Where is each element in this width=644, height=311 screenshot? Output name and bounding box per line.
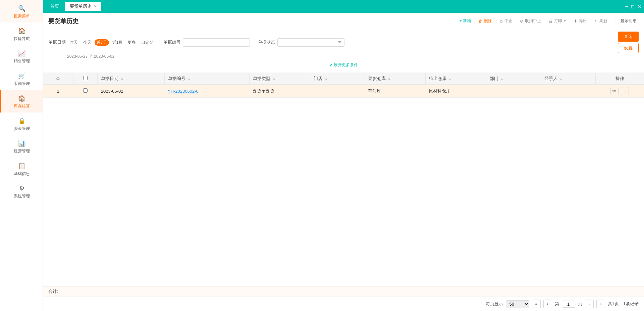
view-icon-btn[interactable]: 👁	[610, 87, 619, 95]
tab-home[interactable]: 首页	[46, 2, 64, 11]
shortcut-today[interactable]: 今天	[81, 39, 93, 46]
table-area: ⚙ 单据日期 ⇅ 单据编号 ⇅ 单据类型	[43, 73, 644, 286]
data-table: ⚙ 单据日期 ⇅ 单据编号 ⇅ 单据类型	[43, 73, 644, 98]
shortcut-more[interactable]: 更多	[126, 39, 138, 46]
th-settings[interactable]: ⚙	[43, 73, 73, 85]
window-close-icon[interactable]: ✕	[637, 3, 641, 10]
delete-button[interactable]: 🗑 删除	[476, 17, 494, 25]
tab-requisition-history[interactable]: 要货单历史 ✕	[65, 2, 101, 11]
sort-dept-icon[interactable]: ⇅	[500, 77, 503, 81]
last-page-btn[interactable]: »	[596, 300, 605, 308]
per-page-label: 每页显示	[486, 301, 503, 307]
shortcut-custom[interactable]: 自定义	[139, 39, 155, 46]
sort-person-icon[interactable]: ⇅	[559, 77, 562, 81]
date-range-text: 2023-05-27 至 2023-06-02	[67, 54, 114, 59]
sort-store-icon[interactable]: ⇅	[324, 77, 327, 81]
sidebar-item-search-menu[interactable]: 🔍 搜索菜单	[0, 0, 43, 23]
filter-action-buttons: 查询 设置	[618, 32, 639, 53]
status-filter: 单据状态	[258, 38, 607, 47]
display-detail-toggle[interactable]: 显示明细	[613, 17, 639, 25]
sidebar-item-basic-info[interactable]: 📋 基础信息	[0, 158, 43, 180]
shortcut-last7days[interactable]: 近7天	[95, 39, 109, 46]
status-select[interactable]	[277, 38, 344, 47]
setting-button[interactable]: 设置	[618, 43, 639, 53]
first-page-btn[interactable]: «	[532, 300, 541, 308]
sidebar-item-sales-mgmt[interactable]: 📈 销售管理	[0, 45, 43, 68]
sidebar-item-quick-nav[interactable]: 🏠 快捷导航	[0, 23, 43, 45]
sidebar: 🔍 搜索菜单 🏠 快捷导航 📈 销售管理 🛒 采购管理 🏠 库存核算 🔒 资金管…	[0, 0, 43, 311]
more-op-icon-btn[interactable]: ⋮	[621, 87, 629, 95]
row-dept	[486, 85, 541, 98]
next-page-btn[interactable]: ›	[585, 300, 594, 308]
filter-area: 单据日期 昨天 今天 近7天 近1月 更多 自定义 单据编号	[43, 28, 644, 73]
print-button[interactable]: 🖨 打印 ▼	[546, 17, 569, 25]
basic-info-icon: 📋	[18, 162, 25, 170]
page-title: 要货单历史	[48, 17, 78, 25]
display-detail-checkbox[interactable]	[615, 19, 619, 23]
tab-close-icon[interactable]: ✕	[94, 4, 97, 9]
window-max-icon[interactable]: □	[631, 4, 634, 9]
shortcut-last1month[interactable]: 近1月	[110, 39, 125, 46]
footer-bar: 合计:	[43, 286, 644, 297]
filter-row-1: 单据日期 昨天 今天 近7天 近1月 更多 自定义 单据编号	[48, 32, 639, 53]
prev-page-btn[interactable]: ‹	[543, 300, 552, 308]
home-icon: 🏠	[18, 27, 25, 35]
th-wh: 要货仓库 ⇅	[365, 73, 425, 85]
row-op: 👁 ⋮	[595, 85, 644, 98]
row-check[interactable]	[73, 85, 98, 98]
row-num[interactable]: YH-20230602-0	[164, 85, 249, 98]
query-button[interactable]: 查询	[618, 32, 639, 42]
th-date: 单据日期 ⇅	[98, 73, 164, 85]
sort-date-icon[interactable]: ⇅	[120, 77, 123, 81]
row-person	[541, 85, 595, 98]
inventory-icon: 🏠	[18, 95, 25, 102]
search-menu-icon: 🔍	[18, 5, 25, 12]
main-area: 首页 要货单历史 ✕ − □ ✕ 要货单历史 + 新增 🗑 删除	[43, 0, 644, 311]
th-store: 门店 ⇅	[310, 73, 365, 85]
sidebar-item-finance-mgmt[interactable]: 🔒 资金管理	[0, 113, 43, 135]
toolbar: + 新增 🗑 删除 ⊘ 中止 ⊙ 取消中止 🖨 打印 ▼	[458, 17, 639, 25]
row-index: 1	[43, 85, 73, 98]
total-info: 共1页，1条记录	[608, 301, 639, 307]
new-button[interactable]: + 新增	[458, 17, 473, 25]
refresh-button[interactable]: ↻ 刷新	[592, 17, 609, 25]
sidebar-item-ops-mgmt[interactable]: 📊 经营管理	[0, 135, 43, 158]
row-checkbox[interactable]	[83, 88, 88, 93]
window-min-icon[interactable]: −	[625, 3, 629, 10]
stop-button[interactable]: ⊘ 中止	[497, 17, 515, 25]
sort-type-icon[interactable]: ⇅	[272, 77, 275, 81]
sidebar-item-purchase-mgmt[interactable]: 🛒 采购管理	[0, 68, 43, 90]
status-label: 单据状态	[258, 39, 275, 45]
export-button[interactable]: ⬇ 导出	[572, 17, 589, 25]
per-page-select[interactable]: 50 100 200	[506, 300, 529, 308]
sort-num-icon[interactable]: ⇅	[187, 77, 190, 81]
row-date: 2023-06-02	[98, 85, 164, 98]
sort-target-icon[interactable]: ⇅	[448, 77, 451, 81]
date-filter: 单据日期 昨天 今天 近7天 近1月 更多 自定义	[48, 39, 155, 46]
doc-num-label: 单据编号	[163, 39, 181, 45]
table-header-row: ⚙ 单据日期 ⇅ 单据编号 ⇅ 单据类型	[43, 73, 644, 85]
sidebar-item-inventory[interactable]: 🏠 库存核算	[0, 90, 43, 113]
page-label: 第	[555, 301, 559, 307]
expand-more-btn[interactable]: ∨ 展开更多条件	[48, 61, 639, 69]
th-person: 经手人 ⇅	[541, 73, 595, 85]
shortcut-yesterday[interactable]: 昨天	[68, 39, 80, 46]
sidebar-item-sys-mgmt[interactable]: ⚙ 系统管理	[0, 180, 43, 203]
purchase-icon: 🛒	[18, 72, 25, 80]
date-filter-label: 单据日期	[48, 39, 66, 45]
page-header: 要货单历史 + 新增 🗑 删除 ⊘ 中止 ⊙ 取消中止 🖨	[43, 13, 644, 28]
select-all-checkbox[interactable]	[83, 76, 88, 80]
page-input[interactable]	[562, 301, 575, 308]
th-target-wh: 待出仓库 ⇅	[425, 73, 486, 85]
table-row: 1 2023-06-02 YH-20230602-0 要货单要货 车间库 原材料…	[43, 85, 644, 98]
sales-icon: 📈	[18, 50, 25, 57]
cancel-stop-button[interactable]: ⊙ 取消中止	[518, 17, 543, 25]
doc-num-filter: 单据编号	[163, 38, 250, 47]
sort-wh-icon[interactable]: ⇅	[387, 77, 390, 81]
date-range-display: 2023-05-27 至 2023-06-02	[67, 54, 639, 59]
row-store	[310, 85, 365, 98]
th-check[interactable]	[73, 73, 98, 85]
row-target-wh: 原材料仓库	[425, 85, 486, 98]
finance-icon: 🔒	[18, 117, 25, 125]
doc-num-input[interactable]	[183, 38, 250, 47]
